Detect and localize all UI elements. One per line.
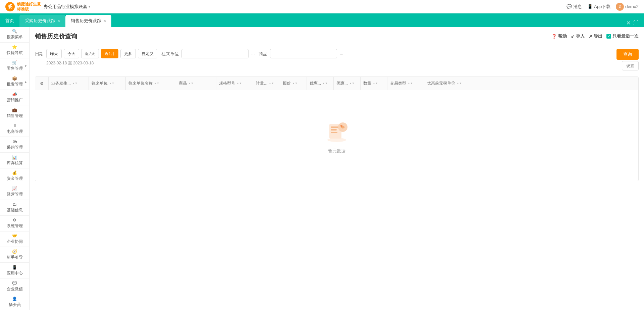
app-download-btn[interactable]: 📱 App下载 (587, 4, 610, 10)
th-price[interactable]: 报价 ▲▼ (280, 77, 307, 90)
date-filter-group: 日期 昨天 今天 近7天 近1月 更多 自定义 2023-02-18 至 202… (35, 49, 157, 66)
more-btn[interactable]: 更多 (120, 49, 136, 58)
svg-rect-2 (331, 126, 339, 128)
sidebar-item-wechat[interactable]: 💬 企业微信 (0, 278, 29, 294)
tab-home-label: 首页 (5, 18, 14, 24)
th-settings[interactable]: ⚙ (35, 77, 49, 90)
th-notax[interactable]: 优惠前无税单价 ▲▼ (424, 77, 638, 90)
sidebar-item-finance[interactable]: 💰 资金管理 (0, 168, 29, 184)
export-icon: ↗ (589, 34, 592, 39)
tab-purchase-label: 采购历史价跟踪 (25, 18, 55, 24)
sidebar-enterprise-icon: 🤝 (12, 234, 17, 238)
message-btn[interactable]: 💬 消息 (567, 4, 582, 10)
date-label: 日期 (35, 49, 44, 57)
import-icon: ↙ (571, 34, 575, 39)
sidebar-purchase-icon: 🛍 (13, 139, 17, 144)
sort-icon-partner-id: ▲▼ (109, 82, 114, 85)
sidebar-item-operations[interactable]: 📈 经营管理 (0, 184, 29, 200)
th-qty[interactable]: 数量 ▲▼ (361, 77, 387, 90)
sidebar-item-wholesale[interactable]: 📦 批发管理 ▲ (0, 74, 29, 90)
empty-icon (323, 117, 350, 144)
checkbox-icon (606, 34, 611, 39)
sidebar-item-purchase[interactable]: 🛍 采购管理 (0, 137, 29, 153)
sidebar-item-search-menu[interactable]: 🔍 搜索菜单 (0, 27, 29, 43)
th-discount1[interactable]: 优惠... ▲▼ (307, 77, 334, 90)
sidebar-search-icon: 🔍 (12, 29, 17, 34)
sidebar-ops-label: 经营管理 (7, 192, 23, 197)
th-partner-name-label: 往来单位名称 (128, 81, 153, 86)
sidebar-item-marketing[interactable]: 📣 营销推广 (0, 90, 29, 106)
th-price-label: 报价 (283, 81, 291, 86)
sidebar-inventory-icon: 📊 (12, 155, 17, 160)
tab-purchase-price[interactable]: 采购历史价跟踪 ✕ (19, 15, 65, 27)
last7days-btn[interactable]: 近7天 (81, 49, 99, 58)
sidebar-item-quick-nav[interactable]: ⭐ 快捷导航 (0, 43, 29, 58)
today-btn[interactable]: 今天 (64, 49, 79, 58)
tab-home[interactable]: 首页 (0, 15, 19, 27)
th-goods[interactable]: 商品 ▲▼ (176, 77, 216, 90)
sidebar-ecommerce-icon: 🖥 (13, 123, 17, 128)
download-label: App下载 (594, 4, 610, 10)
app-selector[interactable]: 办公用品行业模拟账套 ▾ (44, 4, 90, 10)
th-unit[interactable]: 计量... ▲▼ (253, 77, 280, 90)
filter-right: 查询 设置 (616, 49, 639, 70)
sidebar-finance-icon: 💰 (12, 170, 17, 175)
only-last-checkbox[interactable]: 只看最后一次 (606, 33, 639, 39)
date-btns: 昨天 今天 近7天 近1月 更多 自定义 (46, 49, 157, 58)
th-discount2-label: 优惠... (336, 81, 348, 86)
data-table: ⚙ 业务发生... ▲▼ 往来单位 ▲▼ 往来单位名称 ▲▼ 商品 ▲▼ (35, 76, 639, 181)
sidebar-item-guide[interactable]: 🧭 新手引导 (0, 247, 29, 263)
sidebar-item-retail[interactable]: 🛒 零售管理 ▼ (0, 58, 29, 74)
sidebar-item-sales[interactable]: 💼 销售管理 (0, 105, 29, 121)
sidebar-basic-icon: 🗂 (13, 202, 17, 207)
sidebar-item-inventory[interactable]: 📊 库存核算 (0, 153, 29, 168)
sidebar-item-basic-info[interactable]: 🗂 基础信息 (0, 200, 29, 216)
th-partner-id[interactable]: 往来单位 ▲▼ (89, 77, 126, 90)
expand-icon[interactable]: ⛶ (633, 20, 639, 26)
tab-sales-price[interactable]: 销售历史价跟踪 ✕ (65, 15, 111, 27)
sidebar-member-icon: 👤 (12, 297, 17, 301)
date-options: 昨天 今天 近7天 近1月 更多 自定义 2023-02-18 至 2023-0… (46, 49, 157, 66)
th-partner-name[interactable]: 往来单位名称 ▲▼ (126, 77, 176, 90)
th-date[interactable]: 业务发生... ▲▼ (49, 77, 89, 90)
sidebar-item-ecommerce[interactable]: 🖥 电商管理 (0, 121, 29, 137)
logo-symbol: 畅 (8, 4, 12, 10)
th-spec[interactable]: 规格型号 ▲▼ (216, 77, 253, 90)
tab-purchase-close[interactable]: ✕ (57, 19, 60, 23)
query-btn[interactable]: 查询 (616, 49, 639, 60)
sidebar-guide-icon: 🧭 (12, 249, 17, 254)
date-range: 2023-02-18 至 2023-03-18 (46, 60, 157, 66)
tab-sales-label: 销售历史价跟踪 (71, 18, 101, 24)
sidebar-item-enterprise[interactable]: 🤝 企业协同 (0, 231, 29, 247)
sidebar-item-app-center[interactable]: 📱 应用中心 (0, 263, 29, 278)
th-discount2[interactable]: 优惠... ▲▼ (334, 77, 361, 90)
sidebar-nav-icon: ⭐ (12, 45, 17, 49)
sidebar-retail-label: 零售管理 (7, 66, 23, 71)
logo-icon: 畅 (5, 2, 15, 11)
help-btn[interactable]: ❓ 帮助 (551, 33, 567, 39)
th-goods-label: 商品 (179, 81, 187, 86)
partner-input[interactable] (181, 49, 249, 58)
custom-btn[interactable]: 自定义 (138, 49, 157, 58)
export-btn[interactable]: ↗ 导出 (589, 33, 602, 39)
sidebar-item-system[interactable]: ⚙ 系统管理 (0, 216, 29, 231)
sidebar-member-label: 畅会员 (9, 302, 21, 308)
sort-icon-unit: ▲▼ (269, 82, 274, 85)
goods-input[interactable] (270, 49, 337, 58)
sidebar-purchase-label: 采购管理 (7, 145, 23, 150)
setting-btn[interactable]: 设置 (622, 61, 639, 70)
only-last-label: 只看最后一次 (612, 33, 639, 39)
yesterday-btn[interactable]: 昨天 (46, 49, 62, 58)
user-area[interactable]: D demo2 (616, 3, 639, 11)
sidebar-marketing-icon: 📣 (12, 92, 17, 97)
last1month-btn[interactable]: 近1月 (101, 49, 119, 58)
sidebar-retail-arrow: ▼ (24, 64, 27, 68)
sidebar-item-member[interactable]: 👤 畅会员 (0, 294, 29, 310)
page-title-actions: ❓ 帮助 ↙ 导入 ↗ 导出 只看最后一次 (551, 33, 639, 39)
tab-sales-close[interactable]: ✕ (103, 19, 106, 23)
partner-dots: ... (251, 51, 255, 56)
import-btn[interactable]: ↙ 导入 (571, 33, 585, 39)
th-trade[interactable]: 交易类型 ▲▼ (387, 77, 424, 90)
sidebar-app-label: 应用中心 (7, 270, 23, 276)
minimize-icon[interactable]: ✕ (626, 20, 631, 26)
